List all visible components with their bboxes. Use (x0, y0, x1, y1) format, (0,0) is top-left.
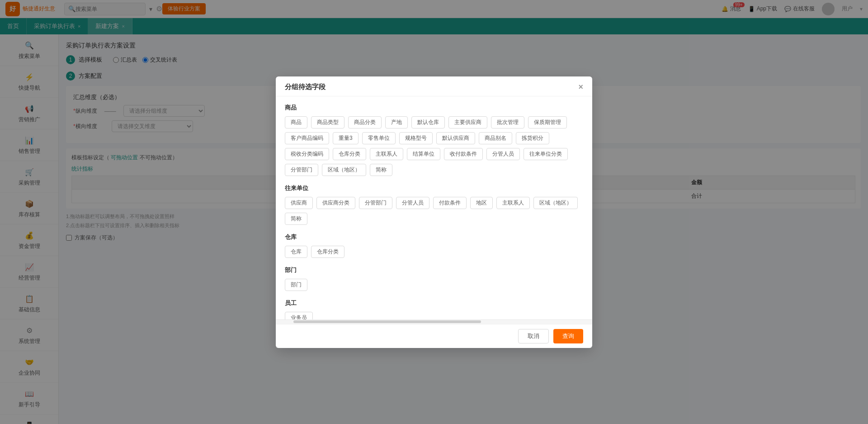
tag-supervisor-partner[interactable]: 分管人员 (396, 197, 429, 209)
tag-settlement-unit[interactable]: 结算单位 (407, 148, 440, 160)
modal-title: 分组待选字段 (285, 83, 326, 91)
section-title-product: 商品 (285, 104, 583, 112)
tag-weight3[interactable]: 重量3 (333, 132, 359, 144)
tag-dept[interactable]: 分管部门 (285, 164, 318, 176)
modal-footer: 取消 查询 (276, 324, 592, 348)
section-title-department: 部门 (285, 266, 583, 274)
tag-partner-cat[interactable]: 往来单位分类 (524, 148, 568, 160)
cancel-button[interactable]: 取消 (518, 329, 549, 343)
horizontal-scrollbar[interactable] (276, 319, 592, 324)
tag-abbr-partner[interactable]: 简称 (285, 213, 307, 225)
tag-tax-code[interactable]: 税收分类编码 (285, 148, 329, 160)
tag-spec-model[interactable]: 规格型号 (399, 132, 433, 144)
section-title-warehouse: 仓库 (285, 233, 583, 241)
field-section-employee: 员工 业务员 (285, 299, 583, 320)
tag-product[interactable]: 商品 (285, 116, 307, 129)
tag-region-product[interactable]: 区域（地区） (322, 164, 366, 176)
tag-payment-cond[interactable]: 付款条件 (433, 197, 467, 209)
dept-field-tags: 部门 (285, 279, 583, 291)
tag-dept-partner[interactable]: 分管部门 (359, 197, 392, 209)
field-select-modal: 分组待选字段 × 商品 商品 商品类型 商品分类 产地 默认仓库 主要供应商 批… (276, 76, 592, 348)
tag-pick-points[interactable]: 拣货积分 (516, 132, 549, 144)
tag-origin[interactable]: 产地 (385, 116, 408, 129)
tag-region-partner[interactable]: 地区 (470, 197, 493, 209)
product-field-tags: 商品 商品类型 商品分类 产地 默认仓库 主要供应商 批次管理 保质期管理 客户… (285, 116, 583, 176)
tag-batch-mgmt[interactable]: 批次管理 (491, 116, 524, 129)
tag-product-type[interactable]: 商品类型 (311, 116, 344, 129)
tag-payment-terms[interactable]: 收付款条件 (444, 148, 483, 160)
tag-warehouse-category[interactable]: 仓库分类 (311, 246, 344, 258)
tag-main-contact[interactable]: 主联系人 (370, 148, 403, 160)
tag-supplier-cat[interactable]: 供应商分类 (316, 197, 355, 209)
tag-supervisor[interactable]: 分管人员 (486, 148, 520, 160)
scrollbar-thumb-h (293, 320, 481, 323)
tag-supplier[interactable]: 供应商 (285, 197, 313, 209)
modal-body: 商品 商品 商品类型 商品分类 产地 默认仓库 主要供应商 批次管理 保质期管理… (276, 96, 592, 320)
modal-close-button[interactable]: × (578, 83, 583, 91)
modal-overlay: 分组待选字段 × 商品 商品 商品类型 商品分类 产地 默认仓库 主要供应商 批… (0, 0, 868, 424)
confirm-button[interactable]: 查询 (553, 329, 583, 343)
field-section-product: 商品 商品 商品类型 商品分类 产地 默认仓库 主要供应商 批次管理 保质期管理… (285, 104, 583, 176)
tag-main-contact-partner[interactable]: 主联系人 (496, 197, 530, 209)
tag-department[interactable]: 部门 (285, 279, 307, 291)
tag-product-alias[interactable]: 商品别名 (479, 132, 512, 144)
tag-default-warehouse[interactable]: 默认仓库 (411, 116, 445, 129)
tag-customer-code[interactable]: 客户商品编码 (285, 132, 329, 144)
tag-warehouse-cat[interactable]: 仓库分类 (333, 148, 366, 160)
section-title-employee: 员工 (285, 299, 583, 307)
tag-main-supplier[interactable]: 主要供应商 (448, 116, 487, 129)
tag-product-category[interactable]: 商品分类 (348, 116, 382, 129)
tag-abbr-product[interactable]: 简称 (370, 164, 392, 176)
tag-retail-unit[interactable]: 零售单位 (362, 132, 396, 144)
modal-header: 分组待选字段 × (276, 76, 592, 96)
field-section-partner: 往来单位 供应商 供应商分类 分管部门 分管人员 付款条件 地区 主联系人 区域… (285, 184, 583, 225)
field-section-department: 部门 部门 (285, 266, 583, 291)
tag-warehouse[interactable]: 仓库 (285, 246, 307, 258)
partner-field-tags: 供应商 供应商分类 分管部门 分管人员 付款条件 地区 主联系人 区域（地区） … (285, 197, 583, 225)
field-section-warehouse: 仓库 仓库 仓库分类 (285, 233, 583, 258)
warehouse-field-tags: 仓库 仓库分类 (285, 246, 583, 258)
tag-salesperson[interactable]: 业务员 (285, 312, 313, 320)
employee-field-tags: 业务员 (285, 312, 583, 320)
tag-shelf-life[interactable]: 保质期管理 (528, 116, 567, 129)
tag-default-supplier[interactable]: 默认供应商 (436, 132, 475, 144)
section-title-partner: 往来单位 (285, 184, 583, 192)
tag-region2-partner[interactable]: 区域（地区） (533, 197, 578, 209)
